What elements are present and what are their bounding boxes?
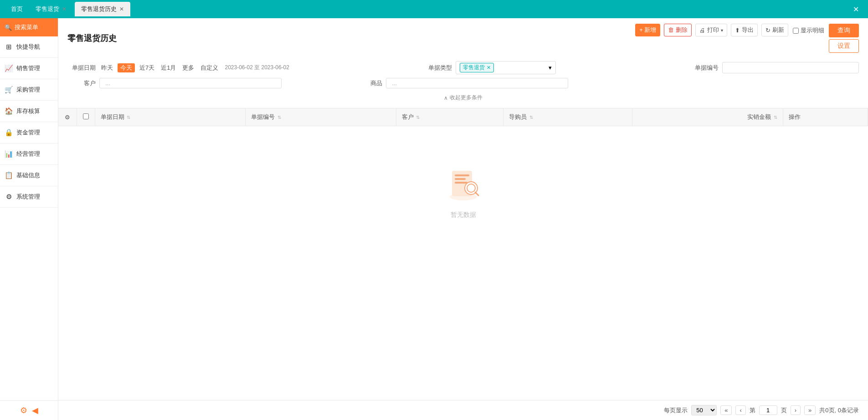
show-detail-checkbox[interactable] [793, 28, 799, 34]
collapse-bar[interactable]: ∧ 收起更多条件 [67, 92, 859, 105]
svg-rect-4 [455, 182, 467, 184]
th-action: 操作 [783, 108, 868, 126]
data-table: ⚙ 单据日期 ⇅ 单据编号 ⇅ 客户 ⇅ [58, 108, 868, 126]
next-page-button[interactable]: › [791, 405, 801, 415]
customer-select[interactable]: ... [99, 78, 282, 88]
customer-sort-icon: ⇅ [416, 115, 420, 120]
select-all-checkbox[interactable] [83, 113, 89, 119]
sidebar-item-baseinfo[interactable]: 📋 基础信息 [0, 165, 58, 186]
amount-sort-icon: ⇅ [774, 115, 777, 120]
prev-page-button[interactable]: ‹ [735, 405, 745, 415]
page-input[interactable] [759, 405, 777, 415]
last-page-button[interactable]: » [804, 405, 816, 415]
type-tag-text: 零售退货 [463, 64, 485, 72]
page-title-bar: 零售退货历史 + 新增 🗑 删除 🖨 🖨 打印 打印 ▾ ⬆ [67, 24, 859, 53]
page-size-label: 每页显示 [664, 406, 688, 415]
type-filter-label: 单据类型 [424, 64, 456, 72]
total-text: 共0页, 0条记录 [819, 406, 859, 415]
date-opt-yesterday[interactable]: 昨天 [99, 63, 115, 72]
date-opt-7days[interactable]: 近7天 [138, 63, 156, 72]
empty-state: 暂无数据 [58, 126, 868, 256]
sidebar-item-finance[interactable]: 🔒 资金管理 [0, 122, 58, 143]
tab-retail-return[interactable]: 零售退货 ✕ [29, 2, 73, 16]
tab-close-retail-return-history[interactable]: ✕ [119, 6, 124, 12]
th-customer[interactable]: 客户 ⇅ [396, 108, 503, 126]
filter-row-customer: 客户 ... 商品 ... [67, 78, 859, 88]
toolbar-right-group: 查询 设置 [829, 24, 859, 53]
guide-sort-icon: ⇅ [529, 115, 533, 120]
sidebar-collapse-button[interactable]: ◀ [32, 405, 38, 415]
goods-select[interactable]: ... [386, 78, 568, 88]
filter-area: 单据日期 昨天 今天 近7天 近1月 更多 自定义 2023-06-02 至 2… [67, 57, 859, 108]
show-detail-label: 显示明细 [801, 26, 824, 35]
tab-bar: 首页 零售退货 ✕ 零售退货历史 ✕ ✕ [0, 0, 868, 18]
type-tag-close[interactable]: ✕ [487, 65, 491, 71]
th-guide[interactable]: 导购员 ⇅ [503, 108, 632, 126]
export-button[interactable]: ⬆ 导出 [731, 24, 758, 36]
quicknav-icon: ⊞ [5, 43, 13, 51]
tab-bar-close[interactable]: ✕ [848, 5, 863, 14]
th-date[interactable]: 单据日期 ⇅ [95, 108, 246, 126]
refresh-icon: ↻ [765, 27, 770, 34]
finance-icon: 🔒 [5, 128, 13, 137]
sidebar-item-inventory[interactable]: 🏠 库存核算 [0, 101, 58, 122]
type-select[interactable]: 零售退货 ✕ ▾ [456, 61, 556, 74]
sidebar: 🔍 搜索菜单 ⊞ 快捷导航 📈 销售管理 🛒 采购管理 🏠 库存核算 🔒 [0, 18, 58, 420]
print-button[interactable]: 🖨 🖨 打印 打印 ▾ [695, 24, 727, 36]
th-setting[interactable]: ⚙ [58, 108, 77, 126]
sidebar-item-label: 系统管理 [16, 193, 40, 201]
purchase-icon: 🛒 [5, 86, 13, 94]
date-range-text: 2023-06-02 至 2023-06-02 [225, 64, 289, 72]
sidebar-item-label: 采购管理 [16, 86, 40, 94]
th-checkbox[interactable] [77, 108, 95, 126]
sidebar-item-operation[interactable]: 📊 经营管理 [0, 143, 58, 165]
export-icon: ⬆ [735, 27, 740, 34]
sidebar-item-quicknav[interactable]: ⊞ 快捷导航 [0, 36, 58, 58]
delete-button[interactable]: 🗑 删除 [664, 24, 692, 36]
type-dropdown-icon: ▾ [549, 64, 552, 71]
sidebar-item-label: 快捷导航 [16, 43, 40, 51]
tab-home[interactable]: 首页 [5, 2, 29, 16]
page-unit: 页 [781, 406, 787, 415]
content-area: 零售退货历史 + 新增 🗑 删除 🖨 🖨 打印 打印 ▾ ⬆ [58, 18, 868, 420]
svg-rect-2 [455, 174, 469, 176]
refresh-button[interactable]: ↻ 刷新 [761, 24, 788, 36]
tab-close-retail-return[interactable]: ✕ [62, 6, 67, 12]
baseinfo-icon: 📋 [5, 171, 13, 179]
date-opt-today[interactable]: 今天 [118, 63, 135, 72]
system-icon: ⚙ [5, 193, 13, 201]
sidebar-search[interactable]: 🔍 搜索菜单 [0, 18, 58, 36]
date-opt-1month[interactable]: 近1月 [159, 63, 178, 72]
new-button[interactable]: + 新增 [635, 24, 660, 36]
date-options: 昨天 今天 近7天 近1月 更多 自定义 2023-06-02 至 2023-0… [99, 63, 289, 72]
settings-button[interactable]: 设置 [829, 39, 859, 53]
th-amount[interactable]: 实销金额 ⇅ [632, 108, 783, 126]
filter-row-date: 单据日期 昨天 今天 近7天 近1月 更多 自定义 2023-06-02 至 2… [67, 61, 859, 74]
goods-ellipsis: ... [392, 80, 397, 87]
date-opt-more[interactable]: 更多 [180, 63, 196, 72]
date-opt-custom[interactable]: 自定义 [199, 63, 220, 72]
sales-icon: 📈 [5, 64, 13, 72]
table-header-row: ⚙ 单据日期 ⇅ 单据编号 ⇅ 客户 ⇅ [58, 108, 868, 126]
tab-retail-return-history[interactable]: 零售退货历史 ✕ [75, 2, 130, 16]
customer-ellipsis: ... [105, 80, 110, 87]
svg-line-7 [475, 192, 478, 195]
date-filter-label: 单据日期 [67, 64, 99, 72]
th-number[interactable]: 单据编号 ⇅ [246, 108, 396, 126]
sidebar-item-label: 资金管理 [16, 128, 40, 137]
sidebar-item-sales[interactable]: 📈 销售管理 [0, 58, 58, 79]
inventory-icon: 🏠 [5, 107, 13, 115]
sidebar-item-system[interactable]: ⚙ 系统管理 [0, 186, 58, 208]
sidebar-settings-button[interactable]: ⚙ [20, 405, 27, 415]
query-button[interactable]: 查询 [829, 24, 859, 37]
sidebar-nav: ⊞ 快捷导航 📈 销售管理 🛒 采购管理 🏠 库存核算 🔒 资金管理 📊 [0, 36, 58, 400]
first-page-button[interactable]: « [720, 405, 732, 415]
goods-filter-label: 商品 [354, 79, 386, 87]
sidebar-item-purchase[interactable]: 🛒 采购管理 [0, 79, 58, 101]
print-dropdown-icon[interactable]: ▾ [721, 28, 723, 33]
number-input[interactable] [722, 62, 859, 73]
operation-icon: 📊 [5, 150, 13, 158]
page-size-select[interactable]: 20 50 100 [691, 405, 717, 415]
page-title: 零售退货历史 [67, 33, 117, 44]
empty-illustration [443, 163, 484, 204]
